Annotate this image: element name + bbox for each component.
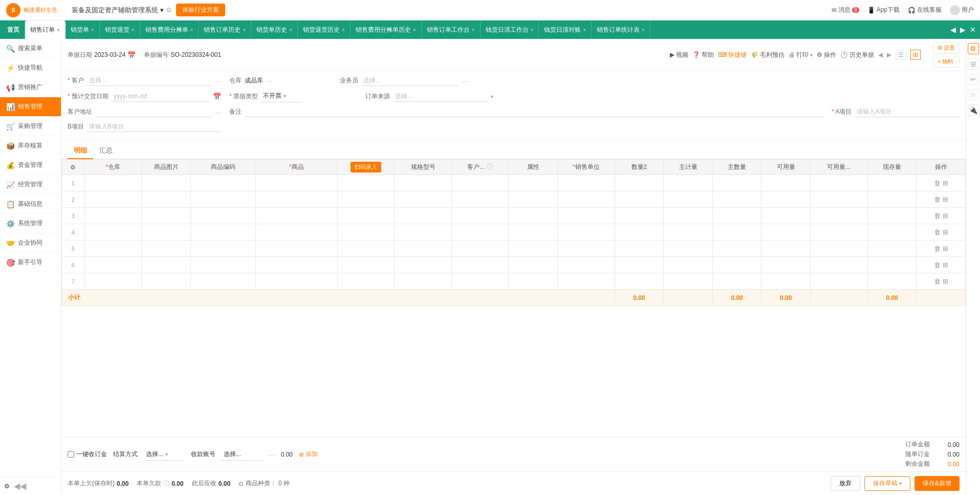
rp-icon-edit[interactable]: ✏ [968,74,979,85]
tab-sales-return[interactable]: 销货退货 × [100,20,140,39]
ticket-type-select[interactable]: 不开票 ▾ [261,90,302,102]
tab-sales-invoice[interactable]: 销货单 × [66,20,100,39]
sidebar-item-guide[interactable]: 🎯 新手引导 [0,253,61,272]
sidebar-item-search[interactable]: 🔍 搜索菜单 [0,39,61,58]
date-picker-icon[interactable]: 📅 [127,51,136,59]
close-sales-stats[interactable]: × [642,27,645,33]
delete-row-1-btn[interactable]: 🗑 [934,179,941,187]
close-sales-order[interactable]: × [57,27,60,33]
add-payment-btn[interactable]: ⊕ 添加 [299,450,318,459]
warehouse-more-icon[interactable]: ··· [266,77,272,85]
copy-row-7-btn[interactable]: ⊞ [943,277,948,285]
settle-method-select[interactable]: 选择... ▾ [144,448,185,461]
close-invoice-history[interactable]: × [289,27,292,33]
save-new-btn[interactable]: 保存&新增 [914,476,960,491]
sidebar-item-basic-info[interactable]: 📋 基础信息 [0,195,61,214]
tab-detail[interactable]: 明细 [68,143,93,159]
system-name[interactable]: 装备及固定资产辅助管理系统 ▾ ⚙ [72,6,172,15]
tab-invoice-history[interactable]: 销货单历史 × [251,20,298,39]
app-download-btn[interactable]: 📱 App下载 [867,6,900,14]
view-toggle-grid-icon[interactable]: ⊞ [910,50,921,60]
sidebar-item-enterprise[interactable]: 🤝 企业协同 [0,233,61,253]
tab-expense-history[interactable]: 销售费用分摊单历史 × [351,20,422,39]
tab-summary[interactable]: 汇总 [93,143,119,159]
expected-date-input[interactable] [112,91,210,102]
delete-row-4-btn[interactable]: 🗑 [934,228,941,236]
history-btn[interactable]: 🕐 历史单据 [840,51,874,59]
tab-home[interactable]: 首页 [2,20,25,39]
discard-btn[interactable]: 放弃 [831,476,860,491]
b-project-input[interactable] [87,121,221,132]
close-sales-return[interactable]: × [132,27,135,33]
close-return-history[interactable]: × [342,27,345,33]
sidebar-item-operation[interactable]: 📈 经营管理 [0,175,61,195]
rp-icon-layout[interactable]: ⊞ [968,58,979,70]
nav-next-arrow[interactable]: ▶ [958,26,968,34]
tab-sales-order[interactable]: 销售订单 × [25,20,66,39]
customer-more-icon[interactable]: ··· [215,77,221,85]
message-btn[interactable]: ✉ 消息 9 [832,6,859,14]
copy-row-3-btn[interactable]: ⊞ [943,212,948,220]
rp-icon-star[interactable]: ☆ [968,89,979,100]
tab-sales-expense[interactable]: 销售费用分摊单 × [140,20,199,39]
expected-date-icon[interactable]: 📅 [213,93,221,100]
industry-solution-btn[interactable]: 体验行业方案 [176,4,225,16]
online-support-btn[interactable]: 🎧 在线客服 [908,6,942,14]
tab-order-workbench[interactable]: 销售订单工作台 × [422,20,481,39]
copy-row-1-btn[interactable]: ⊞ [943,179,948,187]
rp-icon-settings[interactable]: ⚙ [968,43,979,54]
sidebar-settings-icon[interactable]: ⚙ [4,483,10,490]
profit-btn[interactable]: 🌾 毛利预估 [751,51,785,59]
copy-row-2-btn[interactable]: ⊞ [943,196,948,203]
help-btn[interactable]: ❓ 帮助 [692,51,714,59]
account-more-icon[interactable]: ··· [269,450,275,459]
shortcut-btn[interactable]: ⌨ 快捷键 [718,51,747,59]
tab-sales-stats[interactable]: 销售订单统计表 × [592,20,650,39]
delete-row-7-btn[interactable]: 🗑 [934,277,941,285]
staff-more-icon[interactable]: ··· [462,77,468,85]
sidebar-item-inventory[interactable]: 📦 库存核算 [0,136,61,156]
order-source-input[interactable] [393,91,488,102]
sidebar-item-quick-nav[interactable]: ⚡ 快捷导航 [0,58,61,78]
user-btn[interactable]: 用户 [950,5,974,15]
close-sales-expense[interactable]: × [190,27,193,33]
address-more-icon[interactable]: ··· [215,108,221,116]
system-dropdown-icon[interactable]: ▾ [160,6,164,14]
setting-btn[interactable]: ⚙ 设置 [933,42,960,54]
tab-daily-clear[interactable]: 钱货日清工作台 × [481,20,539,39]
rp-icon-plugin[interactable]: 🔌 [968,104,979,116]
account-select[interactable]: 选择... [222,448,263,461]
table-scroll-area[interactable]: ⚙ *仓库 商品图片 商品编码 *商品 扫码录入 规格型号 客户... ⓘ 属性… [61,159,966,306]
save-draft-btn[interactable]: 保存草稿 ▾ [864,476,910,491]
copy-row-5-btn[interactable]: ⊞ [943,245,948,252]
delete-row-6-btn[interactable]: 🗑 [934,261,941,269]
staff-input[interactable] [361,75,459,86]
one-click-checkbox-input[interactable] [68,451,74,458]
nav-next-record-icon[interactable]: ▶ [887,51,891,58]
sidebar-item-finance[interactable]: 💰 资金管理 [0,156,61,175]
print-btn[interactable]: 🖨 打印 ▾ [789,51,813,59]
address-input[interactable] [95,106,212,117]
nav-prev-arrow[interactable]: ◀ [948,26,958,34]
close-order-workbench[interactable]: × [472,27,475,33]
remark-input[interactable] [245,106,823,117]
one-click-deposit-checkbox[interactable]: 一键收订金 [68,450,107,459]
copy-row-6-btn[interactable]: ⊞ [943,261,948,269]
sidebar-item-system[interactable]: ⚙️ 系统管理 [0,214,61,233]
delete-row-3-btn[interactable]: 🗑 [934,212,941,220]
view-toggle-list-icon[interactable]: ☰ [896,50,906,60]
delete-row-2-btn[interactable]: 🗑 [934,196,941,203]
a-project-input[interactable] [855,106,960,117]
col-scan[interactable]: 扫码录入 [337,160,395,175]
close-daily-clear[interactable]: × [531,27,534,33]
tab-daily-reconcile[interactable]: 钱货日清对账 × [539,20,592,39]
copy-row-4-btn[interactable]: ⊞ [943,228,948,236]
delete-row-5-btn[interactable]: 🗑 [934,245,941,252]
nav-more-arrow[interactable]: ✕ [968,26,978,34]
settings-icon[interactable]: ⚙ [166,6,172,14]
add-material-btn[interactable]: + 物料 [933,56,960,68]
sidebar-item-purchase[interactable]: 🛒 采购管理 [0,117,61,136]
view-btn[interactable]: ▶ 视频 [670,51,688,59]
tab-return-history[interactable]: 销货退货历史 × [298,20,351,39]
close-expense-history[interactable]: × [413,27,416,33]
